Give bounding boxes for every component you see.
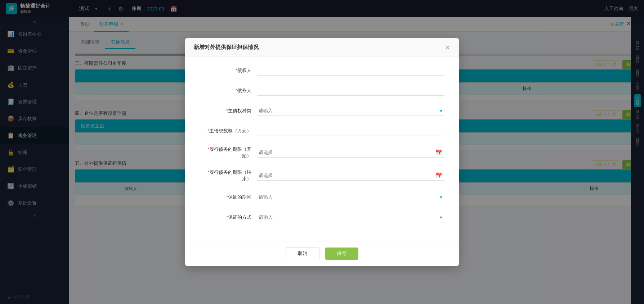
period-start-date-wrap: 📅 — [257, 148, 444, 158]
claim-type-select-wrap: ▾ — [257, 106, 444, 116]
form-row-claim-amount: *主债权数额（万元） — [200, 126, 444, 136]
claim-type-input[interactable] — [257, 106, 444, 115]
form-row-period-end: *履行债务的期限（结束） 📅 — [200, 169, 444, 182]
required-mark: * — [207, 146, 209, 152]
claim-amount-label: *主债权数额（万元） — [200, 128, 257, 134]
form-row-creditor: *债权人 — [200, 65, 444, 76]
guarantee-period-label: *保证的期间 — [200, 194, 257, 200]
required-mark: * — [226, 108, 228, 113]
modal-dialog: 新增对外提供保证担保情况 ✕ *债权人 *债务人 * — [185, 38, 459, 266]
period-start-label: *履行债务的期限（开始） — [200, 146, 257, 159]
claim-type-label: *主债权种类 — [200, 108, 257, 114]
required-mark: * — [207, 169, 209, 175]
required-mark: * — [207, 128, 209, 133]
form-row-guarantee-period: *保证的期间 ▾ — [200, 192, 444, 202]
modal-overlay: 新增对外提供保证担保情况 ✕ *债权人 *债务人 * — [0, 0, 644, 304]
debtor-label: *债务人 — [200, 87, 257, 94]
required-mark: * — [236, 68, 237, 73]
modal-body: *债权人 *债务人 *主债权种类 ▾ — [185, 57, 459, 241]
creditor-label: *债权人 — [200, 67, 257, 74]
guarantee-period-select-wrap: ▾ — [257, 192, 444, 202]
form-row-debtor: *债务人 — [200, 86, 444, 96]
form-row-period-start: *履行债务的期限（开始） 📅 — [200, 146, 444, 159]
period-end-date-wrap: 📅 — [257, 171, 444, 181]
debtor-input[interactable] — [257, 86, 444, 96]
guarantee-period-input[interactable] — [257, 192, 444, 202]
guarantee-method-input[interactable] — [257, 212, 444, 222]
form-row-claim-type: *主债权种类 ▾ — [200, 106, 444, 116]
guarantee-method-select-wrap: ▾ — [257, 212, 444, 222]
cancel-button[interactable]: 取消 — [286, 247, 319, 260]
required-mark: * — [226, 194, 228, 200]
period-end-input[interactable] — [257, 171, 444, 180]
required-mark: * — [226, 214, 228, 220]
claim-amount-input[interactable] — [257, 126, 444, 136]
save-button[interactable]: 保存 — [325, 248, 358, 260]
modal-title: 新增对外提供保证担保情况 — [194, 44, 259, 51]
form-row-guarantee-method: *保证的方式 ▾ — [200, 212, 444, 222]
period-end-label: *履行债务的期限（结束） — [200, 169, 257, 182]
required-mark: * — [236, 88, 237, 93]
modal-header: 新增对外提供保证担保情况 ✕ — [185, 38, 459, 57]
creditor-input[interactable] — [257, 65, 444, 76]
period-start-input[interactable] — [257, 148, 444, 157]
modal-footer: 取消 保存 — [185, 241, 459, 266]
modal-close-button[interactable]: ✕ — [445, 44, 450, 51]
guarantee-method-label: *保证的方式 — [200, 214, 257, 221]
